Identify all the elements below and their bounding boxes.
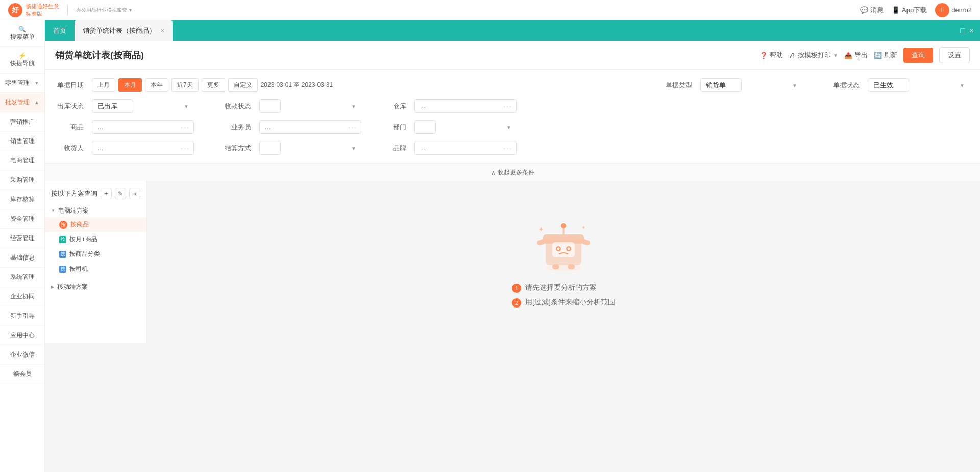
scheme-actions: + ✎ «	[101, 188, 140, 199]
close-window-icon[interactable]: ×	[969, 26, 974, 35]
this-year-btn[interactable]: 本年	[145, 78, 168, 92]
scheme-mobile-group-header[interactable]: ▶ 移动端方案	[45, 280, 146, 293]
sidebar-item-guide[interactable]: 新手引导	[0, 306, 44, 326]
sidebar-label-basics: 基础信息	[2, 253, 42, 262]
sidebar-item-inventory[interactable]: 库存核算	[0, 190, 44, 209]
settings-button[interactable]: 设置	[939, 47, 970, 63]
settlement-select[interactable]	[259, 141, 281, 155]
custom-btn[interactable]: 自定义	[228, 78, 258, 92]
sidebar-item-quick-nav[interactable]: ⚡ 快捷导航	[0, 47, 44, 74]
salesperson-more-icon[interactable]: ···	[348, 123, 357, 131]
restore-icon[interactable]: □	[960, 26, 965, 35]
scheme-item-driver[interactable]: 按 按司机	[45, 262, 146, 276]
user-menu[interactable]: E demo2	[935, 3, 972, 17]
refresh-button[interactable]: 🔄 刷新	[874, 51, 897, 60]
tab-close-icon[interactable]: ×	[161, 27, 164, 34]
top-header-left: 好 畅捷通好生意 标准版 办公用品行业模拟账套 ▾	[8, 3, 132, 17]
sidebar-label-wechat: 企业微信	[2, 350, 42, 359]
last7days-btn[interactable]: 近7天	[172, 78, 199, 92]
query-button[interactable]: 查询	[903, 48, 933, 63]
brand-input[interactable]	[414, 141, 517, 155]
scheme-collapse-icon[interactable]: «	[129, 188, 140, 199]
doc-type-select[interactable]: 销货单	[700, 78, 742, 92]
sidebar-item-operations[interactable]: 经营管理	[0, 229, 44, 248]
sidebar-item-ecommerce[interactable]: 电商管理	[0, 151, 44, 171]
receipt-status-label: 收款状态	[223, 102, 251, 111]
salesperson-input[interactable]	[259, 120, 361, 134]
sidebar-item-system[interactable]: 系统管理	[0, 268, 44, 287]
svg-rect-13	[568, 264, 575, 269]
brand-label: 品牌	[390, 144, 406, 153]
scheme-add-icon[interactable]: +	[101, 188, 112, 199]
svg-text:✦: ✦	[538, 225, 544, 233]
app-download-button[interactable]: 📱 App下载	[892, 6, 927, 15]
message-button[interactable]: 💬 消息	[860, 6, 884, 15]
doc-status-select[interactable]: 已生效	[868, 78, 909, 92]
workspace-arrow-icon: ▾	[129, 7, 132, 13]
consignee-more-icon[interactable]: ···	[181, 144, 190, 152]
scheme-pc-group-header[interactable]: ▼ 电脑端方案	[45, 204, 146, 217]
scheme-mobile-group: ▶ 移动端方案	[45, 278, 146, 295]
empty-state: ✦ ✦ 1 请先选择要分析的方案 2 用[过滤]条件来缩小分析范围	[147, 181, 980, 343]
sidebar-item-purchase[interactable]: 采购管理	[0, 171, 44, 190]
out-status-select[interactable]: 已出库	[92, 99, 133, 113]
brand-more-icon[interactable]: ···	[503, 144, 512, 152]
goods-label: 商品	[55, 123, 84, 132]
sidebar-label-corp-collab: 企业协同	[2, 292, 42, 301]
receipt-status-select[interactable]	[259, 99, 281, 113]
consignee-input[interactable]	[92, 141, 194, 155]
sidebar-item-members[interactable]: 畅会员	[0, 365, 44, 384]
scheme-item-goods-category[interactable]: 按 按商品分类	[45, 247, 146, 262]
driver-icon: 按	[59, 266, 66, 273]
goods-more-icon[interactable]: ···	[181, 123, 190, 131]
sidebar-item-wholesale[interactable]: 批发管理 ▲	[0, 93, 44, 112]
help-button[interactable]: ❓ 帮助	[760, 51, 783, 60]
active-item-icon: 按	[59, 221, 67, 229]
warehouse-input[interactable]	[414, 99, 517, 113]
workspace-name: 办公用品行业模拟账套	[76, 7, 127, 14]
collapse-button[interactable]: ∧ 收起更多条件	[45, 163, 980, 181]
tab-active[interactable]: 销货单统计表（按商品） ×	[75, 20, 173, 41]
scheme-item-month-goods[interactable]: 按 按月+商品	[45, 232, 146, 247]
sidebar-item-marketing[interactable]: 营销推广	[0, 112, 44, 132]
sidebar-item-sales[interactable]: 销售管理	[0, 132, 44, 151]
scheme-item-active[interactable]: 按 按商品	[45, 217, 146, 232]
page-content: 销货单统计表(按商品) ❓ 帮助 🖨 按模板打印 ▼ 📤 导出	[45, 41, 980, 472]
empty-step-1: 1 请先选择要分析的方案	[512, 283, 615, 293]
last-month-btn[interactable]: 上月	[92, 78, 115, 92]
sidebar-label-ecommerce: 电商管理	[2, 156, 42, 165]
sidebar-item-apps[interactable]: 应用中心	[0, 326, 44, 345]
this-month-btn[interactable]: 本月	[118, 78, 142, 92]
sidebar-label-finance: 资金管理	[2, 215, 42, 223]
sidebar-item-search[interactable]: 🔍 搜索菜单	[0, 20, 44, 47]
scheme-edit-icon[interactable]: ✎	[115, 188, 126, 199]
print-button[interactable]: 🖨 按模板打印 ▼	[789, 51, 838, 60]
sidebar-label-operations: 经营管理	[2, 234, 42, 243]
step-2-num: 2	[512, 298, 521, 308]
sidebar-item-basics[interactable]: 基础信息	[0, 248, 44, 268]
svg-point-11	[561, 223, 566, 228]
out-status-wrapper: 已出库	[92, 99, 194, 113]
empty-steps: 1 请先选择要分析的方案 2 用[过滤]条件来缩小分析范围	[512, 283, 615, 313]
pc-group-arrow-icon: ▼	[51, 208, 55, 213]
receipt-status-wrapper	[259, 99, 361, 113]
print-label: 按模板打印	[798, 51, 831, 60]
goods-category-label: 按商品分类	[69, 250, 100, 258]
sidebar-label-guide: 新手引导	[2, 312, 42, 320]
sidebar-item-retail[interactable]: 零售管理 ▼	[0, 74, 44, 93]
step-1-label: 请先选择要分析的方案	[525, 283, 597, 292]
workspace-selector[interactable]: 办公用品行业模拟账套 ▾	[76, 7, 132, 14]
tab-home[interactable]: 首页	[45, 20, 75, 41]
sidebar-item-finance[interactable]: 资金管理	[0, 209, 44, 229]
goods-input[interactable]	[92, 120, 194, 134]
sidebar-item-corp-collab[interactable]: 企业协同	[0, 287, 44, 306]
collapse-label: 收起更多条件	[498, 168, 534, 177]
dept-select[interactable]	[414, 120, 436, 134]
warehouse-more-icon[interactable]: ···	[503, 102, 512, 110]
export-button[interactable]: 📤 导出	[844, 51, 868, 60]
more-btn[interactable]: 更多	[202, 78, 225, 92]
sidebar-item-wechat[interactable]: 企业微信	[0, 345, 44, 365]
logo-text: 畅捷通好生意 标准版	[26, 3, 59, 17]
doc-type-wrapper: 销货单	[700, 78, 802, 92]
svg-point-6	[557, 248, 560, 250]
